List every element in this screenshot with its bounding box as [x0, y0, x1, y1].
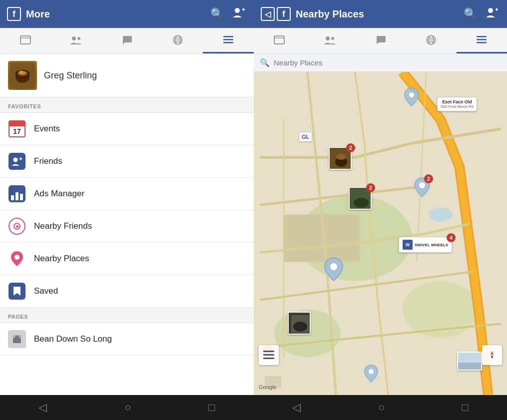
nearby-places-search: 🔍 — [254, 54, 507, 72]
svg-rect-12 — [223, 36, 233, 37]
menu-item-saved[interactable]: Saved — [0, 275, 254, 308]
fb-logo-right-main: f — [277, 7, 291, 21]
svg-point-24 — [14, 255, 19, 260]
svg-rect-64 — [263, 358, 274, 359]
svg-point-48 — [409, 92, 414, 97]
swivel-wheels-marker: W SWIVEL WHEELS 4 — [399, 237, 452, 253]
svg-point-20 — [19, 70, 23, 73]
friend-request-button-right[interactable] — [484, 5, 500, 22]
friends-label: Friends — [34, 156, 62, 166]
tab-globe-left[interactable] — [152, 28, 203, 53]
right-title: Nearby Places — [296, 8, 457, 20]
left-top-bar: f More 🔍 — [0, 0, 254, 28]
map-container[interactable]: East Face Old 500 Foot Block Rd GL 2 — [254, 72, 507, 395]
menu-item-ads-manager[interactable]: Ads Manager — [0, 178, 254, 210]
tab-chat-right[interactable] — [355, 28, 406, 53]
badge-4: 4 — [447, 233, 456, 242]
svg-marker-65 — [491, 351, 494, 355]
place-card-text-2: 500 Foot Block Rd — [441, 104, 474, 109]
svg-point-55 — [330, 263, 337, 270]
user-profile[interactable]: Greg Sterling — [0, 54, 254, 97]
tab-browser-right[interactable] — [254, 28, 304, 53]
svg-point-31 — [331, 37, 334, 40]
map-list-button[interactable] — [259, 345, 279, 365]
map-pin-center — [324, 257, 344, 284]
svg-rect-13 — [223, 39, 233, 40]
svg-point-54 — [419, 182, 425, 188]
svg-rect-28 — [274, 36, 284, 44]
left-title: More — [26, 8, 203, 20]
tab-menu-left[interactable] — [203, 28, 254, 53]
search-button-right[interactable]: 🔍 — [462, 5, 479, 22]
left-bottom-bar: ◁ ○ □ — [0, 395, 254, 420]
swivel-wheels-name: SWIVEL WHEELS — [415, 243, 448, 247]
svg-rect-14 — [223, 42, 233, 43]
events-label: Events — [34, 124, 60, 134]
left-scroll: Greg Sterling FAVORITES 17 Events — [0, 54, 254, 395]
svg-rect-60 — [458, 363, 482, 371]
friend-request-button-left[interactable] — [231, 5, 247, 22]
svg-point-53 — [354, 198, 369, 208]
tab-friends-left[interactable] — [51, 28, 102, 53]
place-card-text-1: East Face Old — [441, 99, 474, 104]
svg-point-61 — [369, 369, 374, 374]
menu-item-nearby-places[interactable]: Nearby Places — [0, 243, 254, 275]
saved-label: Saved — [34, 286, 58, 296]
svg-point-21 — [13, 158, 18, 162]
photo-marker-1: 2 — [329, 147, 352, 170]
map-compass-button[interactable] — [482, 345, 502, 365]
menu-item-friends[interactable]: Friends — [0, 145, 254, 178]
friends-menu-icon — [8, 152, 26, 170]
photo-marker-3 — [288, 312, 311, 335]
svg-rect-62 — [263, 351, 274, 352]
svg-point-30 — [326, 36, 330, 40]
tab-friends-right[interactable] — [304, 28, 355, 53]
tab-globe-right[interactable] — [406, 28, 456, 53]
search-input[interactable] — [274, 58, 501, 67]
menu-item-nearby-friends[interactable]: Nearby Friends — [0, 210, 254, 243]
badge-3: 2 — [424, 174, 433, 183]
calendar-icon: 17 — [8, 120, 26, 138]
google-logo: Google — [259, 384, 276, 390]
left-tab-bar — [0, 28, 254, 54]
svg-rect-37 — [477, 36, 487, 37]
svg-rect-39 — [477, 42, 487, 43]
tab-menu-right[interactable] — [457, 28, 507, 53]
bean-down-label: Bean Down So Long — [34, 334, 112, 344]
home-button-right[interactable]: ○ — [378, 401, 385, 414]
page-icon — [8, 330, 26, 348]
svg-point-51 — [336, 154, 346, 160]
svg-rect-38 — [477, 39, 487, 40]
search-icon-small: 🔍 — [260, 58, 270, 67]
search-button-left[interactable]: 🔍 — [208, 5, 226, 22]
home-button-left[interactable]: ○ — [124, 401, 131, 414]
fb-logo-right: ◁ — [261, 7, 275, 21]
badge-1: 2 — [346, 143, 355, 152]
tab-chat-left[interactable] — [101, 28, 152, 53]
menu-item-events[interactable]: 17 Events — [0, 113, 254, 145]
svg-point-5 — [72, 36, 76, 40]
map-pin-bottom — [364, 364, 379, 385]
favorites-section-label: FAVORITES — [0, 97, 254, 113]
badge-2: 2 — [366, 183, 375, 192]
tab-browser-left[interactable] — [0, 28, 51, 53]
left-panel: f More 🔍 — [0, 0, 254, 420]
back-button-right[interactable]: ◁ — [292, 401, 301, 414]
place-card-top: East Face Old 500 Foot Block Rd — [437, 97, 477, 111]
saved-icon — [8, 282, 26, 300]
pages-section-label: PAGES — [0, 308, 254, 323]
map-pin-top — [404, 87, 420, 109]
menu-item-bean-down[interactable]: Bean Down So Long — [0, 323, 254, 356]
nearby-friends-icon — [8, 217, 26, 235]
nearby-places-label: Nearby Places — [34, 254, 89, 264]
user-name: Greg Sterling — [44, 70, 97, 81]
recents-button-left[interactable]: □ — [208, 401, 215, 414]
recents-button-right[interactable]: □ — [462, 401, 468, 414]
right-panel: ◁ f Nearby Places 🔍 — [254, 0, 507, 420]
back-button-left[interactable]: ◁ — [38, 401, 47, 414]
map-pin-badge-2: 2 — [414, 177, 431, 200]
fb-logo-left: f — [7, 7, 21, 21]
nearby-friends-label: Nearby Friends — [34, 221, 92, 231]
right-bottom-bar: ◁ ○ □ — [254, 395, 507, 420]
svg-point-6 — [77, 37, 80, 40]
